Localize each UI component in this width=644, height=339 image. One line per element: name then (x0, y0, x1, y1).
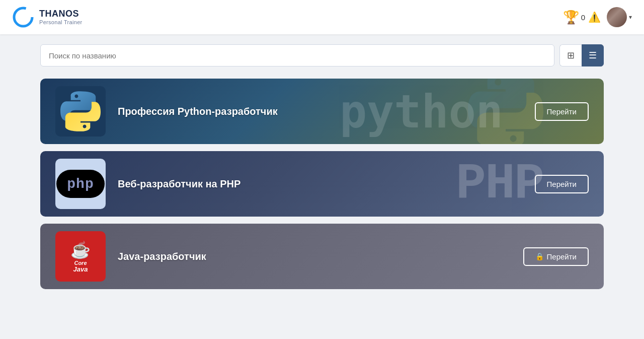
php-logo-box: php (56, 170, 105, 198)
header: THANOS Personal Trainer 🏆 0 ⚠️ ▾ (0, 0, 644, 34)
logo: THANOS Personal Trainer (12, 6, 83, 28)
php-text-icon: php (67, 176, 94, 192)
python-logo (55, 86, 106, 137)
logo-text: THANOS Personal Trainer (39, 9, 83, 26)
course-title-java: Java-разработчик (118, 251, 511, 262)
course-goto-button-python[interactable]: Перейти (535, 102, 589, 121)
goto-label-java: Перейти (547, 252, 577, 261)
view-toggle: ⊞ ☰ (559, 44, 604, 66)
goto-label-php: Перейти (547, 180, 577, 188)
notification-count: 0 (581, 13, 585, 22)
grid-view-button[interactable]: ⊞ (559, 44, 582, 66)
grid-icon: ⊞ (567, 50, 575, 61)
course-card-php: PHP php Веб-разработчик на PHP Перейти (40, 151, 604, 217)
course-goto-button-php[interactable]: Перейти (535, 175, 589, 193)
logo-icon (12, 6, 34, 28)
header-right: 🏆 0 ⚠️ ▾ (563, 7, 632, 27)
course-card-content: python Профессия Python-разработчик Пере… (40, 86, 604, 137)
php-logo: php (55, 159, 106, 209)
java-logo: ☕ Core Java (55, 231, 106, 282)
courses-list: python Профессия Python-разработчик Пере… (0, 75, 644, 304)
course-card-content-php: php Веб-разработчик на PHP Перейти (40, 159, 604, 209)
python-svg-icon (60, 91, 101, 131)
goto-label-python: Перейти (547, 107, 577, 116)
java-brand-text: Core Java (73, 260, 88, 273)
alert-icon: ⚠️ (588, 11, 601, 23)
avatar (607, 7, 627, 27)
svg-point-0 (14, 8, 32, 26)
java-logo-inner: ☕ Core Java (70, 240, 91, 273)
trophy-icon: 🏆 (563, 10, 579, 25)
lock-icon: 🔒 (535, 252, 544, 260)
notification-area[interactable]: 🏆 0 ⚠️ (563, 10, 601, 25)
logo-subtitle: Personal Trainer (39, 19, 83, 26)
course-title-php: Веб-разработчик на PHP (118, 178, 523, 190)
course-card-content-java: ☕ Core Java Java-разработчик 🔒 Перейти (40, 231, 604, 282)
search-input[interactable] (40, 44, 554, 66)
list-view-button[interactable]: ☰ (582, 44, 604, 66)
user-avatar-wrap[interactable]: ▾ (607, 7, 632, 27)
course-title-python: Профессия Python-разработчик (118, 106, 523, 117)
chevron-down-icon: ▾ (629, 14, 632, 21)
list-icon: ☰ (589, 50, 597, 61)
logo-title: THANOS (39, 9, 83, 20)
course-goto-button-java[interactable]: 🔒 Перейти (523, 247, 589, 266)
course-card-python: python Профессия Python-разработчик Пере… (40, 79, 604, 144)
java-flame-icon: ☕ (70, 240, 91, 259)
course-card-java: ☕ Core Java Java-разработчик 🔒 Перейти (40, 224, 604, 289)
search-section: ⊞ ☰ (0, 34, 644, 75)
